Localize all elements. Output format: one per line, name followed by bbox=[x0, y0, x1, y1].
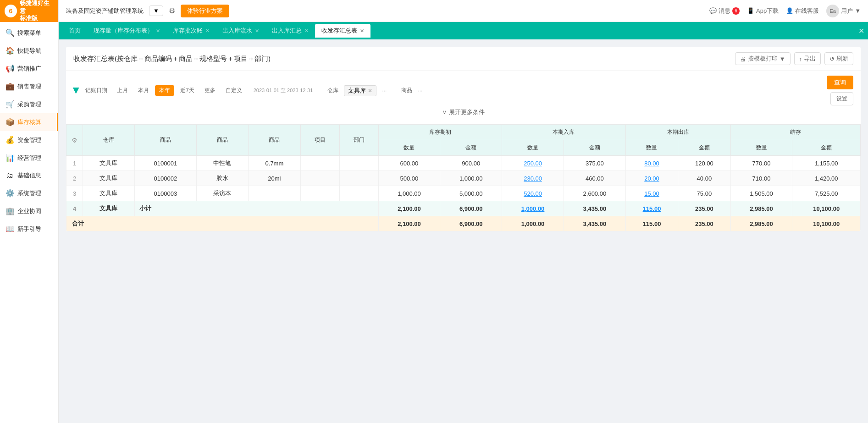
system-select[interactable]: ▼ bbox=[149, 5, 163, 16]
expand-conditions-btn[interactable]: ∨ 展开更多条件 bbox=[442, 108, 485, 116]
th-goods-name: 商品 bbox=[196, 125, 248, 156]
app-download-btn[interactable]: 📱 App下载 bbox=[747, 7, 779, 15]
column-settings-icon[interactable]: ⚙ bbox=[72, 137, 77, 144]
close-all-tabs-btn[interactable]: ✕ bbox=[858, 27, 864, 35]
row-out-qty[interactable]: 20.00 bbox=[625, 171, 678, 186]
tab-close-batch[interactable]: ✕ bbox=[205, 28, 210, 34]
tab-batch[interactable]: 库存批次账✕ bbox=[166, 24, 216, 38]
sidebar-item-operation[interactable]: 📊 经营管理 bbox=[0, 149, 58, 167]
tab-close-recv-send-summary[interactable]: ✕ bbox=[360, 28, 364, 34]
tab-stock-dist[interactable]: 现存量（库存分布表）✕ bbox=[87, 24, 166, 38]
message-btn[interactable]: 💬 消息 6 bbox=[709, 7, 740, 15]
marketing-icon: 📢 bbox=[6, 64, 14, 73]
total-out-qty: 115.00 bbox=[625, 216, 678, 231]
date-btn-curr-year[interactable]: 本年 bbox=[155, 85, 174, 96]
sidebar-item-purchase[interactable]: 🛒 采购管理 bbox=[0, 95, 58, 113]
row-name: 采访本 bbox=[196, 186, 248, 201]
row-warehouse: 文具库 bbox=[83, 171, 135, 186]
th-o-qty: 数量 bbox=[378, 140, 440, 156]
sidebar-item-search[interactable]: 🔍 搜索菜单 bbox=[0, 24, 58, 42]
row-o-qty: 500.00 bbox=[378, 171, 440, 186]
export-btn[interactable]: ↑ 导出 bbox=[794, 52, 821, 65]
row-out-qty[interactable]: 80.00 bbox=[625, 156, 678, 171]
tab-close-stock-dist[interactable]: ✕ bbox=[156, 28, 160, 34]
row-in-qty[interactable]: 250.00 bbox=[502, 156, 564, 171]
refresh-icon: ↺ bbox=[829, 55, 835, 62]
trial-btn[interactable]: 体验行业方案 bbox=[181, 5, 229, 17]
export-icon: ↑ bbox=[799, 55, 802, 62]
sidebar-item-marketing[interactable]: 📢 营销推广 bbox=[0, 60, 58, 77]
system-label: 系统管理 bbox=[17, 189, 41, 198]
quick-nav-icon: 🏠 bbox=[6, 46, 14, 55]
page-title: 收发存汇总表(按仓库＋商品编码＋商品＋规格型号＋项目＋部门) bbox=[73, 55, 271, 63]
total-row: 合计 2,100.00 6,900.00 1,000.00 3,435.00 1… bbox=[66, 216, 861, 231]
goods-more-btn[interactable]: ··· bbox=[418, 88, 422, 94]
filter-settings-btn[interactable]: 设置 bbox=[830, 92, 853, 105]
search-icon: 🔍 bbox=[6, 28, 14, 37]
settings-icon[interactable]: ⚙ bbox=[169, 6, 175, 15]
th-in: 本期入库 bbox=[502, 125, 626, 140]
sidebar-item-guide[interactable]: 📖 新手引导 bbox=[0, 220, 58, 238]
th-warehouse: 仓库 bbox=[83, 125, 135, 156]
logo-text: 畅捷通好生意 标准版 bbox=[20, 0, 54, 22]
sidebar-item-system[interactable]: ⚙️ 系统管理 bbox=[0, 184, 58, 202]
tab-recv-send-summary[interactable]: 收发存汇总表✕ bbox=[315, 24, 370, 38]
warehouse-tag-close[interactable]: ✕ bbox=[368, 88, 372, 94]
th-gear: ⚙ bbox=[66, 125, 83, 156]
row-in-qty[interactable]: 230.00 bbox=[502, 171, 564, 186]
sidebar-item-base[interactable]: 🗂 基础信息 bbox=[0, 167, 58, 184]
subtotal-in-qty[interactable]: 1,000.00 bbox=[502, 201, 564, 216]
row-o-amt: 1,000.00 bbox=[440, 171, 502, 186]
user-btn[interactable]: Ea 用户 ▼ bbox=[826, 5, 861, 17]
online-service-btn[interactable]: 👤 在线客服 bbox=[786, 7, 819, 15]
system-icon: ⚙️ bbox=[6, 189, 14, 198]
date-btn-curr[interactable]: 本月 bbox=[134, 85, 153, 96]
subtotal-label: 小计 bbox=[134, 201, 378, 216]
subtotal-out-amt: 235.00 bbox=[678, 201, 730, 216]
date-btn-more[interactable]: 更多 bbox=[200, 85, 220, 96]
subtotal-o-qty: 2,100.00 bbox=[378, 201, 440, 216]
sidebar: 6 畅捷通好生意 标准版 🔍 搜索菜单 🏠 快捷导航 📢 营销推广 💼 销售管理… bbox=[0, 0, 59, 423]
sidebar-item-finance[interactable]: 💰 资金管理 bbox=[0, 131, 58, 149]
page-actions: 🖨 按模板打印 ▼ ↑ 导出 ↺ 刷新 bbox=[735, 52, 853, 65]
tab-close-inout-flow[interactable]: ✕ bbox=[255, 28, 259, 34]
date-btn-custom[interactable]: 自定义 bbox=[221, 85, 246, 96]
tab-inout-flow[interactable]: 出入库流水✕ bbox=[216, 24, 265, 38]
row-o-qty: 600.00 bbox=[378, 156, 440, 171]
page-content: 收发存汇总表(按仓库＋商品编码＋商品＋规格型号＋项目＋部门) 🖨 按模板打印 ▼… bbox=[59, 39, 868, 423]
topbar: 装备及固定资产辅助管理系统 ▼ ⚙ 体验行业方案 💬 消息 6 📱 App下载 … bbox=[59, 0, 868, 22]
data-table: ⚙ 仓库 商品 商品 商品 项目 部门 库存期初 本期入库 本期出库 结存 bbox=[66, 124, 861, 231]
subtotal-out-qty[interactable]: 115.00 bbox=[625, 201, 678, 216]
tab-home[interactable]: 首页 bbox=[62, 24, 87, 38]
row-in-amt: 460.00 bbox=[564, 171, 625, 186]
sidebar-item-enterprise[interactable]: 🏢 企业协同 bbox=[0, 202, 58, 220]
print-btn[interactable]: 🖨 按模板打印 ▼ bbox=[735, 52, 791, 65]
topbar-right: 💬 消息 6 📱 App下载 👤 在线客服 Ea 用户 ▼ bbox=[709, 5, 861, 17]
th-out-amt: 金额 bbox=[678, 140, 730, 156]
date-btn-7days[interactable]: 近7天 bbox=[176, 85, 199, 96]
warehouse-more-btn[interactable]: ··· bbox=[382, 88, 387, 94]
tab-label-home: 首页 bbox=[69, 27, 81, 35]
sidebar-item-inventory[interactable]: 📦 库存核算 bbox=[0, 113, 58, 131]
row-spec: 20ml bbox=[248, 171, 300, 186]
tab-close-inout-summary[interactable]: ✕ bbox=[304, 28, 309, 34]
total-o-qty: 2,100.00 bbox=[378, 216, 440, 231]
th-b-amt: 金额 bbox=[792, 140, 861, 156]
marketing-label: 营销推广 bbox=[17, 65, 41, 73]
tab-inout-summary[interactable]: 出入库汇总✕ bbox=[265, 24, 315, 38]
refresh-btn[interactable]: ↺ 刷新 bbox=[824, 52, 853, 65]
th-opening: 库存期初 bbox=[378, 125, 502, 140]
sidebar-item-quick-nav[interactable]: 🏠 快捷导航 bbox=[0, 42, 58, 60]
query-btn[interactable]: 查询 bbox=[827, 76, 853, 89]
date-range: 2023-01-01 至 2023-12-31 bbox=[254, 87, 313, 94]
row-out-qty[interactable]: 15.00 bbox=[625, 186, 678, 201]
enterprise-label: 企业协同 bbox=[17, 207, 41, 215]
message-badge: 6 bbox=[732, 7, 740, 15]
print-icon: 🖨 bbox=[740, 55, 746, 62]
filter-expand-arrow[interactable]: ▶ bbox=[72, 88, 82, 94]
purchase-label: 采购管理 bbox=[17, 100, 41, 109]
warehouse-tag[interactable]: 文具库 ✕ bbox=[344, 85, 376, 96]
sidebar-item-sales[interactable]: 💼 销售管理 bbox=[0, 77, 58, 95]
date-btn-prev[interactable]: 上月 bbox=[113, 85, 132, 96]
row-in-qty[interactable]: 520.00 bbox=[502, 186, 564, 201]
